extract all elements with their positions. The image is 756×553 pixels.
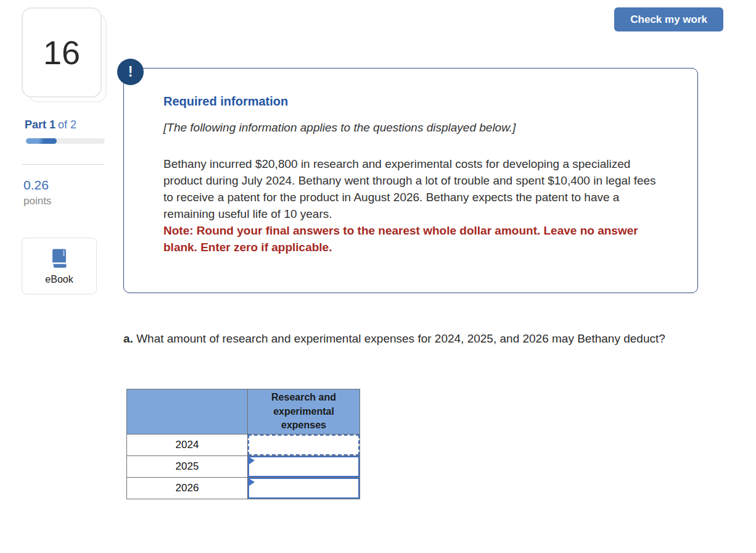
ebook-icon <box>49 247 70 271</box>
required-info-lede: [The following information applies to th… <box>163 121 660 135</box>
points-label: points <box>23 195 51 207</box>
table-row: 2024 <box>127 434 360 456</box>
answer-input-2024[interactable] <box>248 434 360 455</box>
part-total: of 2 <box>58 118 76 131</box>
answer-table: Research and experimental expenses 2024 … <box>126 389 360 499</box>
ebook-label: eBook <box>45 274 73 285</box>
part-progress-fill <box>26 138 57 144</box>
question-number: 16 <box>22 7 102 98</box>
table-corner-cell <box>127 389 248 434</box>
answer-input-2025[interactable] <box>248 456 360 477</box>
question-a-body: What amount of research and experimental… <box>136 332 665 345</box>
answer-cell-2025 <box>248 456 360 478</box>
question-a-label: a. <box>123 332 133 345</box>
table-row: 2025 <box>127 456 360 478</box>
ebook-button[interactable]: eBook <box>22 238 97 294</box>
table-column-header: Research and experimental expenses <box>248 389 360 434</box>
check-my-work-button[interactable]: Check my work <box>614 7 723 31</box>
answer-input-2026[interactable] <box>248 478 360 499</box>
part-label: Part 1 <box>25 118 55 131</box>
alert-icon: ! <box>117 59 144 85</box>
required-information-box: Required information [The following info… <box>123 68 698 293</box>
points-value: 0.26 <box>23 178 49 193</box>
required-info-note: Note: Round your final answers to the ne… <box>163 222 660 256</box>
required-info-title: Required information <box>163 94 660 109</box>
part-indicator: Part 1of 2 <box>25 118 76 131</box>
year-label-2026: 2026 <box>127 478 248 499</box>
table-row: 2026 <box>127 478 360 499</box>
year-label-2024: 2024 <box>127 434 248 456</box>
question-a-text: a. What amount of research and experimen… <box>123 330 706 347</box>
part-progress-bar <box>26 138 105 144</box>
required-info-body: Bethany incurred $20,800 in research and… <box>163 156 660 222</box>
answer-cell-2026 <box>248 478 360 499</box>
sidebar-divider <box>22 164 105 165</box>
answer-cell-2024 <box>248 434 360 456</box>
question-number-card: 16 <box>22 7 108 104</box>
assignment-page: Check my work 16 Part 1of 2 0.26 points … <box>0 0 756 553</box>
table-header-row: Research and experimental expenses <box>127 389 360 434</box>
year-label-2025: 2025 <box>127 456 248 478</box>
